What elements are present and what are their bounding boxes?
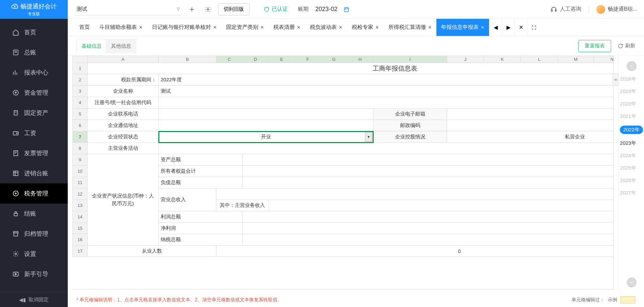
- tab-asset-category[interactable]: 固定资产类别✕: [221, 19, 269, 36]
- year-item[interactable]: 2027年: [620, 190, 643, 196]
- row-header[interactable]: 4: [73, 97, 88, 108]
- add-button[interactable]: [186, 3, 198, 15]
- row-header[interactable]: 7: [73, 131, 88, 143]
- row-header[interactable]: 3: [73, 86, 88, 97]
- row-header[interactable]: 15: [73, 223, 88, 234]
- col-header[interactable]: M: [558, 56, 594, 63]
- tab-tax-expert[interactable]: 税检专家✕: [347, 19, 384, 36]
- close-icon[interactable]: ✕: [339, 25, 342, 30]
- cell[interactable]: 净利润: [159, 223, 243, 234]
- year-item[interactable]: 2023年: [620, 140, 643, 146]
- cell[interactable]: 其中：主营业务收入: [216, 200, 269, 211]
- year-item[interactable]: 2026年: [620, 177, 643, 184]
- close-icon[interactable]: ✕: [213, 25, 217, 30]
- close-icon[interactable]: ✕: [297, 25, 301, 30]
- col-header[interactable]: I: [373, 56, 447, 63]
- fullscreen-button[interactable]: [527, 19, 540, 36]
- tab-close-all[interactable]: ✕: [515, 19, 527, 36]
- year-item[interactable]: 2025年: [620, 165, 643, 171]
- year-item[interactable]: 2020年: [620, 101, 643, 107]
- row-header[interactable]: 17: [73, 246, 88, 257]
- nav-inventory[interactable]: 进销台账: [0, 163, 68, 183]
- cell[interactable]: [159, 143, 614, 154]
- switch-old-button[interactable]: 切到旧版: [218, 3, 250, 15]
- unpin-button[interactable]: ◀▮ 取消固定: [0, 292, 68, 307]
- col-header[interactable]: N: [594, 56, 614, 63]
- close-icon[interactable]: ✕: [481, 25, 484, 30]
- nav-archive[interactable]: 归档管理: [0, 224, 68, 244]
- row-header[interactable]: 11: [73, 177, 88, 188]
- nav-guide[interactable]: 新手引导: [0, 264, 68, 284]
- nav-ledger[interactable]: 总账: [0, 42, 68, 62]
- col-header[interactable]: B: [159, 56, 216, 63]
- row-header[interactable]: 16: [73, 234, 88, 246]
- cell[interactable]: [243, 234, 614, 246]
- col-header[interactable]: A: [88, 56, 159, 63]
- tab-journal-recon[interactable]: 日记账与银行对账单核对✕: [147, 19, 221, 36]
- cell[interactable]: [216, 188, 614, 200]
- row-header[interactable]: 5: [73, 108, 88, 120]
- cell[interactable]: 企业控股情况: [373, 131, 447, 143]
- cell[interactable]: [159, 108, 373, 120]
- company-selector[interactable]: 测试 ▽: [74, 3, 182, 15]
- nav-tax[interactable]: 税务管理: [0, 183, 68, 204]
- support-link[interactable]: 人工咨询: [550, 6, 581, 13]
- cell[interactable]: 企业电子邮箱: [373, 108, 447, 120]
- close-icon[interactable]: ✕: [139, 25, 143, 30]
- col-header[interactable]: E: [269, 56, 295, 63]
- nav-home[interactable]: 首页: [0, 22, 68, 42]
- cell[interactable]: 资产总额: [159, 154, 243, 166]
- tab-tax-list[interactable]: 税表清册✕: [269, 19, 305, 36]
- cell[interactable]: 企业经营状态: [88, 131, 159, 143]
- cell[interactable]: 主营业务活动: [88, 143, 159, 154]
- scroll-up-button[interactable]: [627, 61, 637, 71]
- tab-scroll-left[interactable]: ◀: [489, 19, 502, 36]
- col-header[interactable]: L: [521, 56, 558, 63]
- cell[interactable]: 负债总额: [159, 177, 243, 188]
- subtab-basic[interactable]: 基础信息: [77, 39, 106, 53]
- nav-fixed-assets[interactable]: 固定资产: [0, 103, 68, 123]
- business-status-cell[interactable]: 开业▼: [159, 131, 373, 143]
- subtab-other[interactable]: 其他信息: [106, 39, 136, 53]
- cell[interactable]: [243, 154, 614, 166]
- row-header[interactable]: 12: [73, 188, 88, 200]
- cell[interactable]: 邮政编码: [373, 120, 447, 131]
- nav-invoices[interactable]: 发票管理: [0, 143, 68, 163]
- cell[interactable]: 营业总收入: [159, 188, 216, 211]
- cell[interactable]: 2022年度: [159, 74, 614, 86]
- cell[interactable]: 企业通信地址: [88, 120, 159, 131]
- close-icon[interactable]: ✕: [260, 25, 264, 30]
- year-item[interactable]: 2021年: [620, 113, 643, 120]
- cell[interactable]: 纳税总额: [159, 234, 243, 246]
- cell[interactable]: [447, 108, 614, 120]
- row-header[interactable]: 8: [73, 143, 88, 154]
- corner-cell[interactable]: [73, 56, 88, 63]
- calendar-icon[interactable]: [343, 6, 350, 12]
- tab-aux-balance[interactable]: 斗目辅助余额表✕: [95, 19, 147, 36]
- cell[interactable]: [243, 223, 614, 234]
- col-header[interactable]: H: [347, 56, 373, 63]
- settings-button[interactable]: [202, 3, 214, 15]
- reset-button[interactable]: 重置报表: [578, 40, 611, 52]
- cell[interactable]: [243, 211, 614, 223]
- nav-salary[interactable]: 工资: [0, 123, 68, 143]
- cell[interactable]: 0: [216, 246, 614, 257]
- row-header[interactable]: 2: [73, 74, 88, 86]
- cell[interactable]: 利润总额: [159, 211, 243, 223]
- close-icon[interactable]: ✕: [375, 25, 379, 30]
- cell[interactable]: 企业联系电话: [88, 108, 159, 120]
- cell[interactable]: [447, 120, 614, 131]
- col-header[interactable]: G: [321, 56, 347, 63]
- rail-collapse[interactable]: ≪: [612, 73, 619, 86]
- row-header[interactable]: 9: [73, 154, 88, 166]
- year-item[interactable]: 2024年: [620, 152, 643, 159]
- tab-tax-fluct[interactable]: 税负波动表✕: [305, 19, 347, 36]
- tab-income-tax[interactable]: 所得税汇算清缴✕: [384, 19, 436, 36]
- scroll-down-button[interactable]: [627, 277, 637, 288]
- cell[interactable]: 测试: [159, 86, 614, 97]
- col-header[interactable]: F: [295, 56, 321, 63]
- row-header[interactable]: 6: [73, 120, 88, 131]
- nav-settings[interactable]: 设置: [0, 244, 68, 264]
- cell[interactable]: 注册号/统一社会信用代码: [88, 97, 159, 108]
- col-header[interactable]: D: [243, 56, 269, 63]
